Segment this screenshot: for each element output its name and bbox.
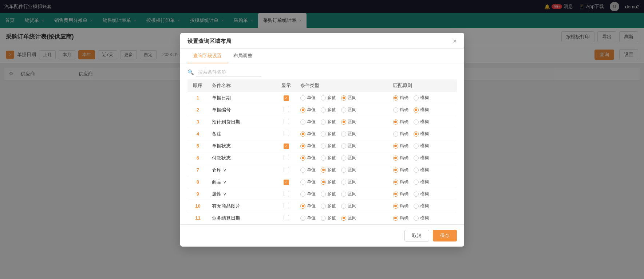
radio-multi[interactable] xyxy=(321,95,326,101)
radio-multi[interactable] xyxy=(321,180,326,185)
radio-exact[interactable] xyxy=(393,168,398,173)
radio-multi[interactable] xyxy=(321,204,326,209)
cell-match: 精确模糊 xyxy=(390,104,457,116)
table-row: 3预计到货日期单值多值区间精确模糊 xyxy=(187,116,457,128)
radio-range[interactable] xyxy=(341,144,346,149)
cell-type: 单值多值区间 xyxy=(297,116,389,128)
cell-order: 4 xyxy=(187,128,209,140)
radio-range[interactable] xyxy=(341,119,346,125)
cell-name: 有无商品图片 xyxy=(208,200,276,209)
cell-order: 5 xyxy=(187,140,209,152)
cell-order: 8 xyxy=(187,176,209,188)
radio-exact[interactable] xyxy=(393,95,398,101)
radio-fuzzy[interactable] xyxy=(414,204,419,209)
radio-multi[interactable] xyxy=(321,168,326,173)
radio-single[interactable] xyxy=(300,204,305,209)
radio-exact[interactable] xyxy=(393,192,398,197)
table-row: 10有无商品图片单值多值区间精确模糊 xyxy=(187,200,457,209)
th-match: 匹配原则 xyxy=(390,79,457,92)
radio-range[interactable] xyxy=(341,192,346,197)
cell-match: 精确模糊 xyxy=(390,188,457,200)
radio-range[interactable] xyxy=(341,180,346,185)
radio-range[interactable] xyxy=(341,168,346,173)
radio-exact[interactable] xyxy=(393,180,398,185)
radio-multi[interactable] xyxy=(321,156,326,161)
radio-fuzzy[interactable] xyxy=(414,144,419,149)
cell-display[interactable] xyxy=(276,200,297,209)
modal: 设置查询区域布局 × 查询字段设置 布局调整 🔍 顺序 条件名称 显示 条件类型 xyxy=(180,33,464,209)
radio-multi[interactable] xyxy=(321,107,326,113)
th-name: 条件名称 xyxy=(208,79,276,92)
cell-display[interactable] xyxy=(276,188,297,200)
radio-fuzzy[interactable] xyxy=(414,168,419,173)
radio-multi[interactable] xyxy=(321,119,326,125)
radio-exact[interactable] xyxy=(393,131,398,137)
radio-exact[interactable] xyxy=(393,204,398,209)
cell-display[interactable] xyxy=(276,92,297,104)
radio-range[interactable] xyxy=(341,95,346,101)
modal-title: 设置查询区域布局 xyxy=(187,38,231,45)
cell-match: 精确模糊 xyxy=(390,152,457,164)
radio-multi[interactable] xyxy=(321,192,326,197)
radio-fuzzy[interactable] xyxy=(414,95,419,101)
close-icon[interactable]: × xyxy=(453,38,457,44)
radio-fuzzy[interactable] xyxy=(414,180,419,185)
radio-exact[interactable] xyxy=(393,156,398,161)
cell-order: 7 xyxy=(187,164,209,176)
search-input[interactable] xyxy=(196,68,261,76)
radio-single[interactable] xyxy=(300,156,305,161)
radio-fuzzy[interactable] xyxy=(414,156,419,161)
modal-header: 设置查询区域布局 × xyxy=(180,33,464,49)
radio-fuzzy[interactable] xyxy=(414,107,419,113)
cell-order: 2 xyxy=(187,104,209,116)
cell-display[interactable] xyxy=(276,116,297,128)
radio-exact[interactable] xyxy=(393,119,398,125)
radio-single[interactable] xyxy=(300,180,305,185)
radio-fuzzy[interactable] xyxy=(414,131,419,137)
conditions-table: 顺序 条件名称 显示 条件类型 匹配原则 1单据日期单值多值区间精确模糊2单据编… xyxy=(187,79,457,209)
cell-name: 单据日期 xyxy=(208,92,276,104)
tab-layout[interactable]: 布局调整 xyxy=(228,49,258,63)
cell-match: 精确模糊 xyxy=(390,164,457,176)
radio-fuzzy[interactable] xyxy=(414,119,419,125)
cell-display[interactable] xyxy=(276,164,297,176)
cell-name: 商品 ∨ xyxy=(208,176,276,188)
radio-range[interactable] xyxy=(341,107,346,113)
radio-single[interactable] xyxy=(300,144,305,149)
radio-single[interactable] xyxy=(300,168,305,173)
cell-type: 单值多值区间 xyxy=(297,152,389,164)
cell-match: 精确模糊 xyxy=(390,128,457,140)
radio-single[interactable] xyxy=(300,107,305,113)
tab-query-fields[interactable]: 查询字段设置 xyxy=(187,49,228,63)
radio-multi[interactable] xyxy=(321,144,326,149)
cell-display[interactable] xyxy=(276,128,297,140)
modal-overlay[interactable]: 设置查询区域布局 × 查询字段设置 布局调整 🔍 顺序 条件名称 显示 条件类型 xyxy=(0,0,644,209)
radio-fuzzy[interactable] xyxy=(414,192,419,197)
radio-single[interactable] xyxy=(300,131,305,137)
cell-display[interactable] xyxy=(276,152,297,164)
table-row: 4备注单值多值区间精确模糊 xyxy=(187,128,457,140)
radio-exact[interactable] xyxy=(393,144,398,149)
radio-range[interactable] xyxy=(341,156,346,161)
radio-multi[interactable] xyxy=(321,131,326,137)
radio-exact[interactable] xyxy=(393,107,398,113)
table-row: 2单据编号单值多值区间精确模糊 xyxy=(187,104,457,116)
cell-name: 单据编号 xyxy=(208,104,276,116)
cell-name: 预计到货日期 xyxy=(208,116,276,128)
cell-order: 9 xyxy=(187,188,209,200)
cell-display[interactable] xyxy=(276,140,297,152)
radio-single[interactable] xyxy=(300,119,305,125)
radio-range[interactable] xyxy=(341,204,346,209)
cell-display[interactable] xyxy=(276,104,297,116)
cell-match: 精确模糊 xyxy=(390,116,457,128)
cell-type: 单值多值区间 xyxy=(297,128,389,140)
cell-display[interactable] xyxy=(276,176,297,188)
radio-single[interactable] xyxy=(300,192,305,197)
table-row: 8商品 ∨单值多值区间精确模糊 xyxy=(187,176,457,188)
radio-range[interactable] xyxy=(341,131,346,137)
cell-name: 属性 ∨ xyxy=(208,188,276,200)
cell-type: 单值多值区间 xyxy=(297,104,389,116)
radio-single[interactable] xyxy=(300,95,305,101)
table-row: 6付款状态单值多值区间精确模糊 xyxy=(187,152,457,164)
cell-order: 3 xyxy=(187,116,209,128)
